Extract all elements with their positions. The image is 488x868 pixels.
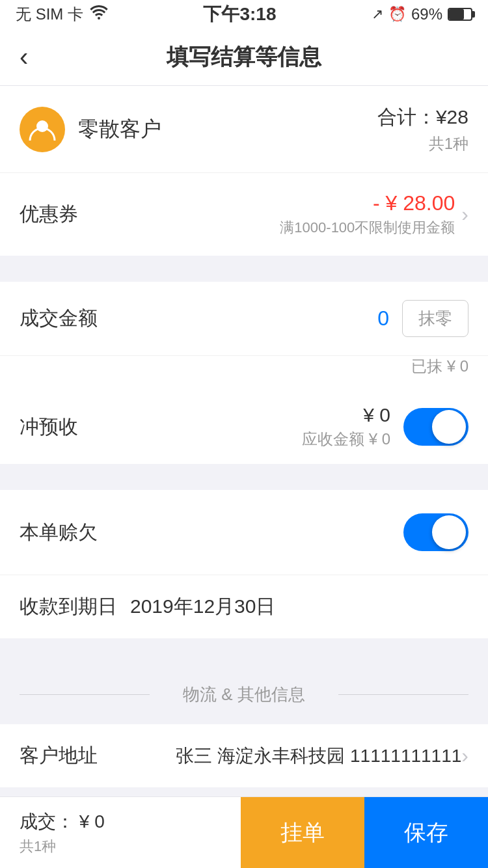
customer-avatar	[20, 107, 65, 152]
customer-right: 合计：¥28 共1种	[377, 104, 468, 154]
nav-bar: ‹ 填写结算等信息	[0, 29, 488, 86]
coupon-row[interactable]: 优惠券 - ¥ 28.00 满1000-100不限制使用金额 ›	[0, 172, 488, 256]
hold-order-button[interactable]: 挂单	[241, 797, 364, 868]
logistics-line-right	[338, 694, 468, 695]
transaction-already-rounded: 已抹 ¥ 0	[411, 356, 468, 377]
prepayment-right: ¥ 0 应收金额 ¥ 0	[302, 404, 468, 450]
save-button[interactable]: 保存	[364, 797, 488, 868]
due-date-label: 收款到期日	[20, 593, 117, 620]
prepayment-toggle[interactable]	[403, 408, 468, 446]
due-date-row: 收款到期日 2019年12月30日	[0, 575, 488, 638]
coupon-desc: 满1000-100不限制使用金额	[280, 218, 455, 237]
due-date-value[interactable]: 2019年12月30日	[130, 593, 275, 620]
coupon-value-block: - ¥ 28.00 满1000-100不限制使用金额	[280, 191, 455, 237]
divider-2	[0, 477, 488, 490]
prepayment-amount-block: ¥ 0 应收金额 ¥ 0	[302, 404, 390, 450]
address-chevron-icon: ›	[461, 744, 468, 768]
coupon-right: - ¥ 28.00 满1000-100不限制使用金额 ›	[280, 191, 468, 237]
status-right: ↗ ⏰ 69%	[372, 5, 472, 23]
coupon-amount: - ¥ 28.00	[280, 191, 455, 215]
logistics-header: 物流 & 其他信息	[0, 664, 488, 724]
coupon-label: 优惠券	[20, 201, 78, 228]
divider-3	[0, 651, 488, 664]
status-left: 无 SIM 卡	[16, 4, 108, 25]
transaction-amount-sub-row: 已抹 ¥ 0	[0, 356, 488, 390]
debt-label: 本单赊欠	[20, 519, 98, 546]
divider-1	[0, 269, 488, 282]
bottom-summary-bottom: 共1种	[20, 837, 241, 856]
wifi-icon	[90, 5, 108, 23]
transaction-section: 成交金额 0 抹零 已抹 ¥ 0 冲预收 ¥ 0 应收金额 ¥ 0	[0, 282, 488, 464]
address-row[interactable]: 客户地址 张三 海淀永丰科技园 11111111111 ›	[0, 724, 488, 787]
location-icon: ↗	[372, 6, 383, 23]
transaction-amount-value[interactable]: 0	[363, 306, 389, 331]
toggle-thumb	[432, 410, 466, 444]
alarm-icon: ⏰	[388, 6, 406, 23]
page-title: 填写结算等信息	[167, 42, 321, 72]
toggle-thumb-2	[432, 515, 466, 549]
round-zero-button[interactable]: 抹零	[402, 300, 468, 337]
prepayment-amount: ¥ 0	[302, 404, 390, 426]
customer-left: 零散客户	[20, 107, 161, 152]
address-section: 客户地址 张三 海淀永丰科技园 11111111111 ›	[0, 724, 488, 787]
debt-row: 本单赊欠	[0, 490, 488, 575]
chevron-right-icon: ›	[461, 202, 468, 226]
svg-point-0	[36, 120, 48, 132]
back-button[interactable]: ‹	[20, 42, 28, 72]
bottom-summary-top: 成交： ¥ 0	[20, 809, 241, 834]
bottom-summary: 成交： ¥ 0 共1种	[0, 797, 241, 868]
battery-icon	[448, 8, 472, 21]
customer-row: 零散客户 合计：¥28 共1种	[0, 86, 488, 172]
status-bar: 无 SIM 卡 下午3:18 ↗ ⏰ 69%	[0, 0, 488, 29]
customer-section: 零散客户 合计：¥28 共1种 优惠券 - ¥ 28.00 满1000-100不…	[0, 86, 488, 256]
prepayment-row: 冲预收 ¥ 0 应收金额 ¥ 0	[0, 390, 488, 464]
debt-toggle[interactable]	[403, 513, 468, 551]
battery-label: 69%	[411, 5, 442, 23]
customer-total: 合计：¥28	[377, 104, 468, 131]
debt-section: 本单赊欠 收款到期日 2019年12月30日	[0, 490, 488, 638]
prepayment-label: 冲预收	[20, 414, 78, 441]
logistics-line-left	[20, 694, 150, 695]
customer-name: 零散客户	[78, 115, 161, 144]
address-label: 客户地址	[20, 742, 98, 769]
carrier-label: 无 SIM 卡	[16, 4, 83, 25]
logistics-title: 物流 & 其他信息	[183, 685, 305, 704]
prepayment-sub: 应收金额 ¥ 0	[302, 429, 390, 450]
transaction-amount-label: 成交金额	[20, 305, 98, 332]
address-value: 张三 海淀永丰科技园 11111111111	[111, 744, 461, 768]
bottom-bar: 成交： ¥ 0 共1种 挂单 保存	[0, 796, 488, 868]
status-time: 下午3:18	[203, 2, 276, 27]
transaction-amount-row: 成交金额 0 抹零	[0, 282, 488, 356]
transaction-amount-right: 0 抹零	[363, 300, 468, 337]
customer-count: 共1种	[377, 133, 468, 154]
